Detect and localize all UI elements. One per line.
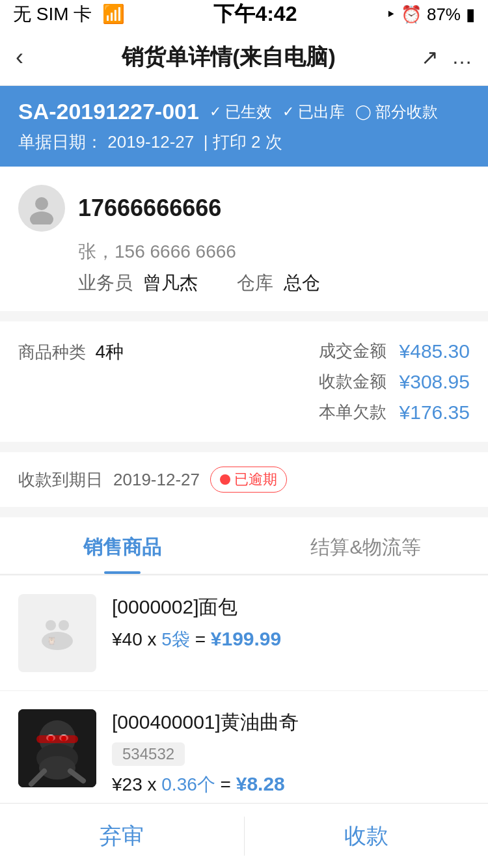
svg-point-1 [30, 211, 53, 224]
product-name-1: [0000002]面包 [112, 594, 470, 621]
more-icon[interactable]: … [452, 45, 472, 69]
header-banner: SA-20191227-001 ✓ 已生效 ✓ 已出库 ◯ 部分收款 单据日期：… [0, 86, 488, 167]
bottom-bar: 弃审 收款 [0, 803, 488, 868]
confirm-button[interactable]: 收款 [245, 804, 489, 868]
product-thumbnail-1: 🦉 [18, 594, 96, 672]
check-icon: ✓ [210, 103, 221, 120]
badge-shipped: ✓ 已出库 [282, 102, 345, 122]
page-title: 销货单详情(来自电脑) [36, 42, 421, 72]
clock-icon: ◯ [355, 103, 372, 120]
deal-amount-value: ¥485.30 [400, 340, 470, 362]
location-icon: ‣ [386, 5, 396, 25]
badge-effective: ✓ 已生效 [210, 102, 272, 122]
owed-amount-row: 本单欠款 ¥176.35 [319, 401, 470, 424]
svg-point-14 [39, 756, 75, 780]
nav-bar: ‹ 销货单详情(来自电脑) ↗ … [0, 29, 488, 86]
customer-meta: 业务员 曾凡杰 仓库 总仓 [78, 271, 470, 295]
order-number: SA-20191227-001 [18, 99, 199, 124]
share-icon[interactable]: ↗ [421, 45, 439, 70]
product-name-2: [000400001]黄油曲奇 [112, 709, 470, 736]
product-thumbnail-2 [18, 709, 96, 787]
product-list: 🦉 [0000002]面包 ¥40 x 5袋 = ¥199.99 [0, 576, 488, 816]
check-icon2: ✓ [282, 103, 294, 120]
tabs-section: 销售商品 结算&物流等 [0, 517, 488, 575]
warehouse-label: 仓库 [237, 273, 273, 293]
product-price-1: ¥40 x 5袋 = ¥199.99 [112, 627, 470, 652]
svg-point-0 [35, 197, 48, 210]
customer-section: 17666666666 张，156 6666 6666 业务员 曾凡杰 仓库 总… [0, 167, 488, 311]
tab-products[interactable]: 销售商品 [0, 517, 244, 574]
summary-section: 商品种类 4种 成交金额 ¥485.30 收款金额 ¥308.95 本单欠款 ¥… [0, 321, 488, 442]
battery-icon: ▮ [466, 5, 475, 25]
owed-amount-value: ¥176.35 [400, 401, 470, 424]
amount-summary: 成交金额 ¥485.30 收款金额 ¥308.95 本单欠款 ¥176.35 [319, 340, 470, 424]
status-bar: 无 SIM 卡 📶 下午4:42 ‣ ⏰ 87% ▮ [0, 0, 488, 29]
staff-value: 曾凡杰 [143, 273, 198, 293]
overdue-dot-icon [220, 474, 230, 485]
product-info-1: [0000002]面包 ¥40 x 5袋 = ¥199.99 [112, 594, 470, 652]
status-left: 无 SIM 卡 📶 [13, 2, 125, 27]
due-date-section: 收款到期日 2019-12-27 已逾期 [0, 452, 488, 507]
received-amount-row: 收款金额 ¥308.95 [319, 370, 470, 393]
svg-text:🦉: 🦉 [47, 636, 57, 645]
alarm-icon: ⏰ [401, 5, 422, 25]
svg-point-2 [46, 620, 56, 631]
product-info-2: [000400001]黄油曲奇 534532 ¥23 x 0.36个 = ¥8.… [112, 709, 470, 797]
product-kind: 商品种类 4种 [18, 340, 319, 364]
nav-actions: ↗ … [421, 45, 472, 70]
avatar [18, 185, 65, 232]
product-sku-2: 534532 [112, 742, 185, 766]
customer-id: 17666666666 [78, 195, 221, 222]
list-item: [000400001]黄油曲奇 534532 ¥23 x 0.36个 = ¥8.… [0, 691, 488, 816]
product-price-2: ¥23 x 0.36个 = ¥8.28 [112, 772, 470, 797]
deal-amount-row: 成交金额 ¥485.30 [319, 340, 470, 362]
tab-settlement[interactable]: 结算&物流等 [244, 517, 488, 574]
badge-partial: ◯ 部分收款 [355, 102, 438, 122]
battery-level: 87% [427, 5, 461, 25]
cancel-button[interactable]: 弃审 [0, 804, 244, 868]
staff-label: 业务员 [78, 273, 133, 293]
overdue-badge: 已逾期 [210, 467, 287, 493]
svg-point-3 [59, 620, 69, 631]
svg-rect-13 [36, 735, 78, 743]
due-date-value: 2019-12-27 [113, 470, 200, 490]
status-time: 下午4:42 [213, 0, 297, 29]
list-item: 🦉 [0000002]面包 ¥40 x 5袋 = ¥199.99 [0, 576, 488, 691]
customer-sub-info: 张，156 6666 6666 [78, 239, 470, 264]
back-button[interactable]: ‹ [16, 37, 36, 77]
header-date-info: 单据日期： 2019-12-27 | 打印 2 次 [18, 131, 470, 154]
status-right: ‣ ⏰ 87% ▮ [386, 5, 475, 25]
received-amount-value: ¥308.95 [400, 371, 470, 393]
warehouse-value: 总仓 [284, 273, 320, 293]
due-date-label: 收款到期日 [18, 468, 103, 491]
